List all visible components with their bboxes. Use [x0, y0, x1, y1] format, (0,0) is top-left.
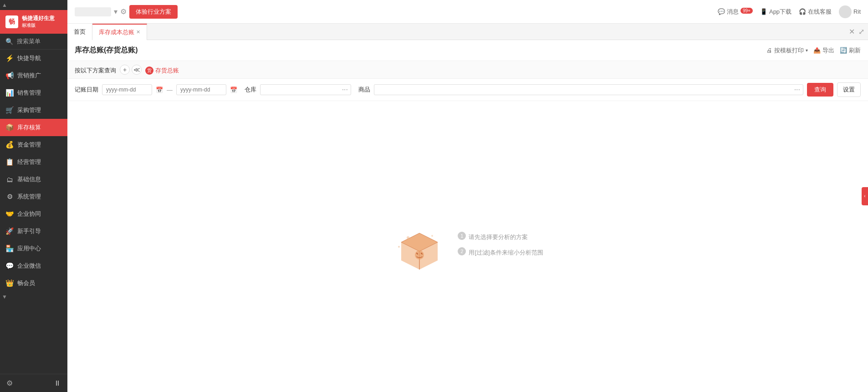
filter-label: 按以下方案查询: [75, 65, 116, 75]
svg-point-4: [415, 250, 424, 260]
warehouse-input[interactable]: [263, 87, 340, 93]
calendar-start-icon[interactable]: 📅: [156, 87, 163, 93]
step-1-text: 请先选择要分析的方案: [469, 231, 528, 243]
sidebar-item-cooperation[interactable]: 🤝 企业协同: [0, 205, 67, 223]
settings-button[interactable]: 设置: [837, 82, 861, 97]
sidebar-item-quick-nav[interactable]: ⚡ 快捷导航: [0, 50, 67, 67]
warehouse-label: 仓库: [245, 86, 256, 94]
tab-inventory-ledger[interactable]: 库存成本总账 ✕: [92, 24, 147, 40]
app-download-group[interactable]: 📱 App下载: [760, 8, 791, 16]
cooperation-icon: 🤝: [5, 210, 14, 218]
sidebar-scroll-down[interactable]: ▼: [0, 292, 67, 302]
search-menu-label: 搜索菜单: [17, 37, 41, 46]
schema-icon: 货: [145, 66, 153, 75]
schema-selector[interactable]: 货 存货总账: [145, 66, 179, 75]
sidebar-item-weixin[interactable]: 💬 企业微信: [0, 257, 67, 275]
sidebar-item-label: 企业微信: [17, 262, 41, 270]
date-start-input[interactable]: [102, 84, 152, 95]
app-version: 标准版: [22, 22, 55, 29]
print-icon: 🖨: [766, 47, 772, 54]
search-icon: 🔍: [5, 38, 13, 45]
sidebar-item-label: 营销推广: [17, 71, 41, 80]
search-button[interactable]: 查询: [807, 83, 833, 97]
nav-placeholder: [75, 7, 111, 16]
sidebar-item-sales[interactable]: 📊 销售管理: [0, 84, 67, 102]
weixin-icon: 💬: [5, 262, 14, 270]
filter-add-buttons: + ≪: [120, 65, 142, 75]
avatar: [839, 5, 852, 18]
sidebar-item-guide[interactable]: 🚀 新手引导: [0, 223, 67, 240]
tab-home[interactable]: 首页: [67, 24, 92, 40]
sidebar-search[interactable]: 🔍 搜索菜单: [0, 34, 67, 50]
goods-input[interactable]: [377, 87, 792, 93]
sidebar-item-purchase[interactable]: 🛒 采购管理: [0, 102, 67, 119]
industry-btn[interactable]: 体验行业方案: [129, 5, 178, 19]
date-end-input[interactable]: [176, 84, 226, 95]
print-label: 按模板打印: [774, 46, 804, 55]
goods-more-btn[interactable]: ···: [794, 86, 800, 94]
dropdown-icon[interactable]: ▾: [114, 7, 117, 16]
date-label: 记账日期: [75, 86, 98, 94]
appstore-icon: 🏪: [5, 244, 14, 253]
sidebar-item-inventory[interactable]: 📦 库存核算: [0, 119, 67, 136]
breadcrumb-area: ▾ ⚙ 体验行业方案: [75, 5, 713, 19]
user-group[interactable]: Rit: [839, 5, 861, 18]
collapse-filter-btn[interactable]: ≪: [132, 65, 142, 75]
app-name: 畅捷通好生意: [22, 15, 55, 22]
sidebar-item-label: 销售管理: [17, 89, 41, 97]
svg-line-5: [417, 253, 418, 254]
sidebar-item-member[interactable]: 👑 畅会员: [0, 275, 67, 292]
online-service-group[interactable]: 🎧 在线客服: [799, 8, 832, 16]
header-right: 💬 消息 99+ 📱 App下载 🎧 在线客服 Rit: [718, 5, 861, 18]
sidebar-item-label: 企业协同: [17, 210, 41, 218]
sidebar-item-label: 快捷导航: [17, 54, 41, 62]
settings-footer-icon[interactable]: ⚙: [6, 379, 13, 387]
sidebar: ▲ 畅 畅捷通好生意 标准版 🔍 搜索菜单 ⚡ 快捷导航 📢 营销推广 📊 销售…: [0, 0, 67, 392]
sidebar-item-label: 采购管理: [17, 106, 41, 114]
system-icon: ⚙: [5, 193, 14, 201]
close-panel-icon[interactable]: ✕: [849, 27, 855, 36]
sidebar-item-appstore[interactable]: 🏪 应用中心: [0, 240, 67, 257]
inventory-icon: 📦: [5, 123, 14, 132]
search-row: 记账日期 📅 — 📅 仓库 ··· 商品 ··· 查询 设置: [67, 79, 868, 101]
sidebar-item-operations[interactable]: 📋 经营管理: [0, 153, 67, 171]
quick-nav-icon: ⚡: [5, 54, 14, 62]
page-content: 库存总账(存货总账) 🖨 按模板打印 ▾ 📤 导出 🔄 刷新 按以下方案查: [67, 40, 868, 392]
filter-bar: 按以下方案查询 + ≪ 货 存货总账: [67, 61, 868, 79]
calendar-end-icon[interactable]: 📅: [230, 87, 237, 93]
svg-point-7: [407, 236, 409, 239]
messages-badge: 99+: [740, 8, 753, 14]
sidebar-item-marketing[interactable]: 📢 营销推广: [0, 67, 67, 84]
print-btn[interactable]: 🖨 按模板打印 ▾: [766, 46, 808, 55]
sidebar-logo: 畅 畅捷通好生意 标准版: [0, 10, 67, 34]
tab-close-button[interactable]: ✕: [136, 29, 140, 35]
operations-icon: 📋: [5, 158, 14, 166]
right-panel-toggle[interactable]: ‹: [862, 187, 868, 205]
warehouse-input-group: ···: [260, 84, 351, 95]
sidebar-item-label: 资金管理: [17, 141, 41, 149]
sidebar-item-system[interactable]: ⚙ 系统管理: [0, 188, 67, 205]
empty-svg: [392, 219, 447, 274]
refresh-btn[interactable]: 🔄 刷新: [840, 46, 861, 55]
svg-line-6: [421, 253, 422, 254]
sound-icon[interactable]: ⏸: [54, 379, 61, 387]
svg-point-9: [398, 246, 400, 248]
sidebar-item-finance[interactable]: 💰 资金管理: [0, 136, 67, 153]
logo-icon: 畅: [5, 15, 18, 28]
gear-icon[interactable]: ⚙: [120, 7, 127, 16]
add-filter-btn[interactable]: +: [120, 65, 130, 75]
schema-label: 存货总账: [155, 66, 179, 75]
export-btn[interactable]: 📤 导出: [813, 46, 834, 55]
sidebar-item-basics[interactable]: 🗂 基础信息: [0, 171, 67, 188]
active-tab-label: 库存成本总账: [99, 28, 134, 36]
warehouse-more-btn[interactable]: ···: [342, 86, 348, 94]
sidebar-item-label: 应用中心: [17, 244, 41, 253]
export-label: 导出: [822, 46, 834, 55]
headset-icon: 🎧: [799, 8, 806, 15]
sidebar-scroll-up[interactable]: ▲: [0, 0, 67, 10]
expand-icon[interactable]: ⤢: [858, 27, 864, 36]
online-service-label: 在线客服: [808, 8, 832, 16]
guide-icon: 🚀: [5, 227, 14, 235]
sidebar-item-label: 畅会员: [17, 279, 35, 287]
messages-group[interactable]: 💬 消息 99+: [718, 8, 753, 16]
